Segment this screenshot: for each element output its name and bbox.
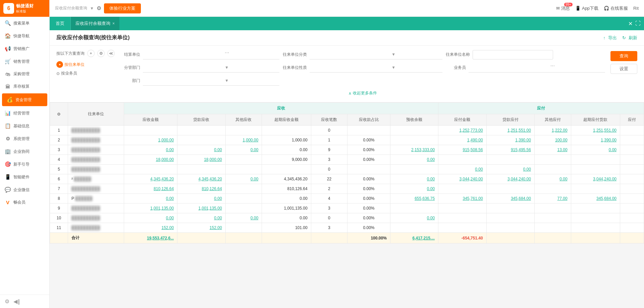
partner-name-label: 往来单位名称: [446, 52, 470, 57]
sidebar-item-enterprise[interactable]: 🏢 企业协同: [0, 145, 49, 158]
footer-recv-amt: 19,553,472,6...: [124, 233, 177, 244]
filter-dept: 分管部门 ▼: [120, 63, 279, 73]
filter-scheme-salesperson[interactable]: ⊙ 按业务员: [56, 71, 115, 76]
dept-dropdown-icon[interactable]: ▼: [223, 65, 230, 70]
sidebar-item-label: 销售管理: [13, 59, 30, 64]
data-table: ⚙ 往来单位 应收 应付 应收金额 贷款应收 其他应收 超期应收金额 应收笔数 …: [50, 102, 644, 244]
table-row: 5██████████00.000.00: [50, 165, 644, 174]
sidebar-bottom: ⚙ ◀‖: [0, 295, 49, 308]
sidebar-item-sys-mgmt[interactable]: ⚙ 系统管理: [0, 132, 49, 145]
sidebar-item-quick-nav[interactable]: 🏠 快捷导航: [0, 30, 49, 42]
salesperson-dots-icon[interactable]: ···: [549, 63, 556, 72]
partner-category-label: 往来单位分类: [283, 52, 307, 57]
sidebar-item-label: 新手引导: [13, 162, 30, 167]
sidebar-item-operations[interactable]: 📊 经营管理: [0, 107, 49, 120]
sidebar-item-search-menu[interactable]: 🔍 搜索菜单: [0, 17, 49, 30]
filter-partner-nature: 往来单位性质 ▼: [283, 63, 442, 73]
header-nav: 应收应付余额查询 ▼ ⚙ 体验行业方案: [55, 3, 552, 13]
partner-category-input[interactable]: [310, 50, 390, 59]
sidebar-item-smart-hw[interactable]: 📱 智能硬件: [0, 171, 49, 183]
footer-recv-overdue: [262, 233, 311, 244]
filter-scheme-partner[interactable]: ✦ 按往来单位: [56, 61, 115, 68]
export-button[interactable]: 导出: [608, 35, 617, 41]
set-button[interactable]: 设置: [610, 64, 637, 74]
sidebar-item-label: 智能硬件: [13, 174, 30, 180]
tab-active-label: 应收应付余额查询: [75, 20, 110, 27]
tab-close-icon[interactable]: ×: [112, 21, 115, 26]
col-recv-prepay: 预收余额: [390, 114, 438, 126]
sales-icon: 🛒: [5, 58, 11, 64]
query-button[interactable]: 查询: [610, 51, 637, 61]
tab-home[interactable]: 首页: [50, 17, 71, 30]
partner-nature-input[interactable]: [310, 63, 390, 72]
solution-button[interactable]: 体验行业方案: [104, 3, 141, 13]
scheme-radio-icon: ⊙: [56, 71, 60, 76]
sidebar-item-label: 采购管理: [13, 71, 30, 77]
settings-icon[interactable]: ⚙: [5, 298, 9, 305]
purchase-icon: 🛍: [5, 71, 11, 77]
messages-badge[interactable]: ✉ 消息 99+: [556, 5, 570, 11]
partner-name-input[interactable]: [473, 50, 553, 59]
salesperson-input[interactable]: [469, 63, 549, 72]
online-service-btn[interactable]: 🎧 在线客服: [604, 5, 628, 11]
refresh-button[interactable]: 刷新: [629, 35, 637, 41]
sidebar-item-purchase[interactable]: 🛍 采购管理: [0, 68, 49, 80]
settlement-unit-label: 结算单位: [120, 52, 140, 57]
sidebar-item-corp-wechat[interactable]: 💬 企业微信: [0, 183, 49, 196]
sidebar-item-inventory[interactable]: 🏛 库存核算: [0, 80, 49, 93]
footer-pay-overdue: [571, 233, 620, 244]
sidebar-item-label: 系统管理: [13, 136, 30, 142]
base-info-icon: 📋: [5, 123, 11, 129]
enterprise-icon: 🏢: [5, 148, 11, 155]
sidebar-item-label: 基础信息: [13, 123, 30, 129]
filter-partner-category: 往来单位分类 ▼: [283, 50, 442, 59]
user-name[interactable]: Rit: [633, 6, 639, 11]
footer-recv-loan: [177, 233, 225, 244]
table-row: 11██████████152.00152.00101.0030.00%: [50, 223, 644, 233]
marketing-icon: 📢: [5, 46, 11, 52]
sidebar-item-marketing[interactable]: 📢 营销推广: [0, 42, 49, 55]
edit-scheme-button[interactable]: ⚙: [97, 50, 105, 57]
breadcrumb: 应收应付余额查询: [55, 5, 87, 11]
collapse-more-button[interactable]: ∧ 收起更多条件: [120, 88, 605, 98]
tab-close-window-icon[interactable]: ✕: [628, 20, 633, 27]
filter-partner-name: 往来单位名称: [446, 50, 605, 59]
quick-nav-icon: 🏠: [5, 33, 11, 39]
partner-category-dropdown-icon[interactable]: ▼: [390, 52, 397, 57]
app-download-label: App下载: [582, 5, 598, 11]
app-download-btn[interactable]: 📱 App下载: [575, 5, 598, 11]
col-receivable-group-header: 应收: [124, 103, 438, 114]
department-dropdown-icon[interactable]: ▼: [223, 78, 230, 83]
add-scheme-button[interactable]: +: [87, 50, 95, 57]
table-footer-row: 合计 19,553,472,6... 100.00% 6,417,215....…: [50, 233, 644, 244]
partner-nature-dropdown-icon[interactable]: ▼: [390, 65, 397, 70]
sidebar-item-label: 营销推广: [13, 46, 30, 52]
col-pay-overdue: 超期应付货款: [571, 114, 620, 126]
sidebar-menu: 🔍 搜索菜单 🏠 快捷导航 📢 营销推广 🛒 销售管理 🛍 采购管理 🏛 库存核…: [0, 17, 49, 295]
salesperson-label: 业务员: [446, 65, 466, 71]
sidebar-item-base-info[interactable]: 📋 基础信息: [0, 120, 49, 132]
col-settings-header[interactable]: ⚙: [50, 103, 68, 126]
tab-maximize-icon[interactable]: ⛶: [635, 20, 641, 27]
department-input[interactable]: [143, 76, 223, 85]
breadcrumb-dropdown-icon[interactable]: ▼: [90, 6, 94, 11]
finance-icon: 💰: [7, 97, 13, 103]
settlement-unit-input[interactable]: [143, 50, 223, 59]
col-payable-group-header: 应付: [438, 103, 644, 114]
filter-area: 按以下方案查询 + ⚙ ≪ ✦ 按往来单位 ⊙ 按业务员: [50, 46, 644, 102]
footer-pay-amt: -654,751.40: [438, 233, 486, 244]
sidebar-item-sales[interactable]: 🛒 销售管理: [0, 55, 49, 68]
collapse-icon[interactable]: ◀‖: [13, 298, 20, 305]
sidebar-item-beginner[interactable]: 🎯 新手引导: [0, 158, 49, 171]
sidebar-item-member[interactable]: V 畅会员: [0, 196, 49, 209]
tab-active[interactable]: 应收应付余额查询 ×: [71, 17, 119, 30]
sidebar-item-finance[interactable]: 💰 资金管理: [2, 93, 47, 106]
sys-mgmt-icon: ⚙: [5, 136, 11, 142]
footer-empty: [50, 233, 68, 244]
col-settings-icon[interactable]: ⚙: [57, 112, 61, 117]
header-right: ✉ 消息 99+ 📱 App下载 🎧 在线客服 Rit: [556, 5, 639, 11]
settlement-unit-dots-icon[interactable]: ···: [223, 50, 230, 59]
dept-input[interactable]: [143, 63, 223, 72]
header-gear-icon[interactable]: ⚙: [97, 5, 101, 11]
collapse-scheme-button[interactable]: ≪: [107, 50, 115, 57]
